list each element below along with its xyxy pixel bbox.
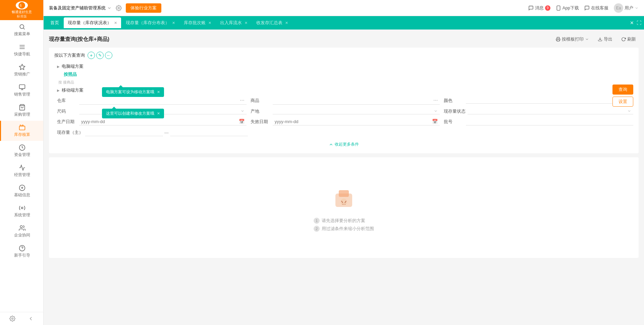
expire-date-input[interactable] [275, 119, 431, 124]
expire-date-calendar-icon[interactable]: 📅 [432, 119, 438, 124]
svg-line-3 [23, 28, 25, 30]
tab-close-batch-accounts[interactable]: ✕ [208, 21, 211, 25]
svg-point-11 [21, 207, 23, 209]
svg-point-16 [118, 7, 120, 9]
settings-icon[interactable] [116, 5, 122, 11]
tab-close-inventory-dist[interactable]: ✕ [172, 21, 175, 25]
user-item[interactable]: Ea 用户 [614, 3, 639, 13]
filter-panel: 按以下方案查询 + ✎ ← 电脑方案可设为移动方案哦 ✕ 这里可以创建和修改方案… [49, 48, 639, 153]
online-support-item[interactable]: 在线客服 [584, 5, 608, 11]
hint-label: 按 接商品 [57, 80, 633, 85]
expire-date-field: 📅 [273, 118, 440, 125]
tab-home[interactable]: 首页 [46, 17, 63, 28]
refresh-btn[interactable]: 刷新 [619, 35, 639, 44]
stock-main-range: — [85, 129, 248, 136]
tab-expand[interactable]: ⛶ [637, 20, 641, 25]
sidebar-item-marketing[interactable]: 营销推广 [0, 60, 43, 80]
batch-input[interactable] [466, 118, 633, 125]
svg-point-0 [18, 2, 25, 9]
produce-date-calendar-icon[interactable]: 📅 [239, 119, 245, 124]
collapse-sidebar-icon[interactable] [28, 316, 34, 322]
refresh-icon [621, 37, 626, 42]
sidebar-item-operations[interactable]: 经营管理 [0, 161, 43, 181]
empty-tip-1: 1 请先选择要分析的方案 [314, 218, 374, 224]
tab-inout-flow[interactable]: 出入库流水 ✕ [216, 17, 252, 28]
settings-bottom-icon[interactable] [9, 316, 15, 322]
produce-date-input[interactable] [81, 119, 237, 124]
logo-icon: 6 [16, 1, 28, 9]
filter-label: 按以下方案查询 [54, 52, 85, 58]
tab-send-receive[interactable]: 收发存汇总表 ✕ [252, 17, 292, 28]
stock-main-to[interactable] [170, 129, 248, 136]
tab-inventory-dist[interactable]: 现存量（库存分布表） ✕ [122, 17, 179, 28]
export-btn[interactable]: 导出 [595, 35, 615, 44]
sidebar-item-finance[interactable]: 资金管理 [0, 141, 43, 161]
content-area: 现存量查询(按仓库+商品) 按模板打印 导出 刷新 [44, 30, 644, 325]
tab-close-all[interactable]: ✕ [630, 20, 634, 25]
tab-close-send-receive[interactable]: ✕ [285, 21, 288, 25]
origin-dropdown-icon [434, 109, 438, 113]
print-dropdown-icon [585, 37, 589, 41]
svg-point-12 [20, 226, 22, 228]
empty-tip-2: 2 用过滤条件来缩小分析范围 [314, 226, 374, 232]
back-scheme-btn[interactable]: ← [105, 52, 112, 59]
goods-label: 商品 [251, 98, 271, 104]
message-badge: 9 [545, 5, 550, 11]
color-select[interactable] [466, 97, 633, 104]
color-label: 颜色 [444, 98, 464, 104]
brand-text: 畅通道好生意 [12, 10, 32, 14]
sidebar-logo: 6 畅通道好生意 标准版 [0, 0, 43, 20]
warehouse-dots[interactable]: ··· [240, 97, 244, 103]
trial-button[interactable]: 体验行业方案 [126, 3, 161, 13]
warehouse-select[interactable]: ··· [79, 96, 247, 105]
origin-label: 产地 [251, 108, 271, 114]
sidebar-item-base-info[interactable]: 基础信息 [0, 181, 43, 201]
reset-btn[interactable]: 设置 [612, 97, 633, 107]
edit-popup-close[interactable]: ✕ [157, 111, 160, 116]
collapse-row[interactable]: 收起更多条件 [54, 140, 633, 149]
sidebar-item-search-menu[interactable]: 搜索菜单 [0, 20, 43, 40]
sidebar-item-enterprise[interactable]: 企业协同 [0, 221, 43, 241]
filter-field-color: 颜色 [444, 97, 633, 104]
svg-rect-6 [19, 126, 25, 130]
sidebar: 6 畅通道好生意 标准版 搜索菜单 快捷导航 营销推广 销售管理 采购管理 库存… [0, 0, 44, 325]
sidebar-item-sales[interactable]: 销售管理 [0, 80, 43, 101]
top-header: 装备及固定资产辅助管理系统 体验行业方案 消息 9 App下载 在线客服 Ea [44, 0, 644, 16]
tab-batch-accounts[interactable]: 库存批次账 ✕ [180, 17, 215, 28]
tab-inventory-status[interactable]: 现存量（库存状况表） ✕ [64, 17, 121, 28]
system-title[interactable]: 装备及固定资产辅助管理系统 [49, 5, 112, 11]
print-btn[interactable]: 按模板打印 [553, 35, 592, 44]
origin-select[interactable] [273, 108, 440, 114]
scheme-popup-close[interactable]: ✕ [157, 90, 160, 94]
scheme-desktop[interactable]: ▶ 电脑端方案 [57, 62, 633, 70]
stock-main-from[interactable] [85, 129, 163, 136]
goods-select[interactable]: ··· [273, 96, 440, 105]
filter-field-expire-date: 失效日期 📅 [251, 118, 440, 125]
tab-close-inventory-status[interactable]: ✕ [114, 21, 117, 25]
stock-status-select[interactable] [468, 108, 633, 114]
sidebar-item-purchase[interactable]: 采购管理 [0, 101, 43, 121]
page-header: 现存量查询(按仓库+商品) 按模板打印 导出 刷新 [49, 35, 639, 44]
app-download-item[interactable]: App下载 [556, 5, 579, 11]
main-area: 装备及固定资产辅助管理系统 体验行业方案 消息 9 App下载 在线客服 Ea [44, 0, 644, 325]
empty-tips: 1 请先选择要分析的方案 2 用过滤条件来缩小分析范围 [314, 218, 374, 232]
query-btn[interactable]: 查询 [612, 85, 633, 95]
add-scheme-btn[interactable]: + [88, 52, 95, 59]
scheme-item-label: 按照品 [64, 71, 77, 77]
svg-rect-17 [557, 6, 560, 10]
edit-popup: 这里可以创建和修改方案哦 ✕ [102, 109, 164, 118]
tab-bar: 首页 现存量（库存状况表） ✕ 现存量（库存分布表） ✕ 库存批次账 ✕ 出入库… [44, 16, 644, 30]
svg-rect-22 [339, 190, 349, 197]
sidebar-item-newbie[interactable]: 新手引导 [0, 241, 43, 262]
sidebar-item-quick-nav[interactable]: 快捷导航 [0, 40, 43, 60]
export-icon [598, 37, 602, 42]
tab-close-inout-flow[interactable]: ✕ [245, 21, 248, 25]
size-label: 尺码 [57, 108, 77, 114]
sidebar-item-inventory[interactable]: 库存核算 [0, 121, 43, 141]
message-item[interactable]: 消息 9 [528, 5, 550, 11]
edit-scheme-btn[interactable]: ✎ [96, 52, 104, 59]
goods-dots[interactable]: ··· [433, 97, 438, 103]
scheme-item-按照品[interactable]: 按照品 [64, 70, 633, 78]
filter-field-batch: 批号 [444, 118, 633, 125]
sidebar-item-system[interactable]: 系统管理 [0, 201, 43, 221]
